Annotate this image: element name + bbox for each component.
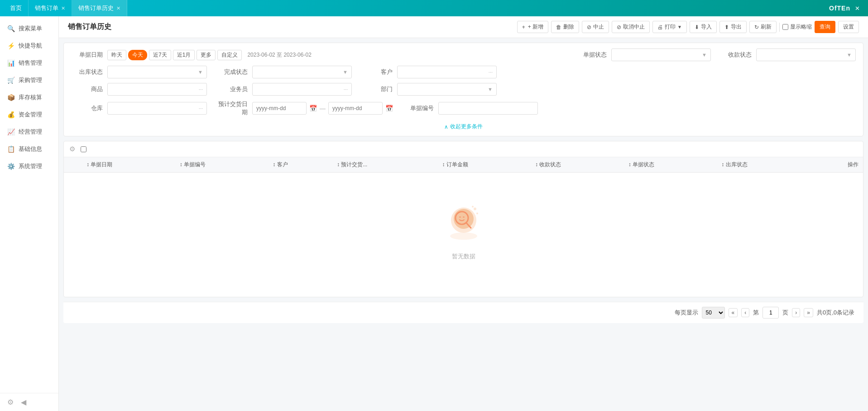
- sidebar-item-system[interactable]: ⚙️ 系统管理: [0, 158, 58, 175]
- bill-no-input-wrap[interactable]: [438, 102, 538, 115]
- stop-button[interactable]: ⊘ 中止: [582, 21, 609, 33]
- first-page-btn[interactable]: «: [729, 308, 738, 317]
- main-layout: 🔍 搜索菜单 ⚡ 快捷导航 📊 销售管理 🛒 采购管理 📦 库存核算 💰 资金管…: [0, 16, 868, 411]
- customer-select[interactable]: ···: [397, 66, 497, 78]
- col-checkbox: [64, 157, 82, 173]
- refresh-button[interactable]: ↻ 刷新: [749, 21, 777, 33]
- date-1month-btn[interactable]: 近1月: [173, 50, 195, 60]
- settings-button[interactable]: 设置: [838, 21, 859, 33]
- sidebar-item-inventory[interactable]: 📦 库存核算: [0, 89, 58, 106]
- dept-select[interactable]: ▼: [397, 83, 497, 96]
- sidebar-item-finance[interactable]: 💰 资金管理: [0, 106, 58, 123]
- cancel-stop-button[interactable]: ⊘ 取消中止: [612, 21, 650, 33]
- sidebar-item-system-label: 系统管理: [19, 162, 42, 170]
- delivery-status-arrow: ▼: [198, 69, 203, 75]
- table-area: ⚙ ↕ 单据日期 ↕ 单据编号: [63, 141, 863, 297]
- col-amount[interactable]: ↕ 订单金额: [437, 157, 531, 173]
- sidebar-item-inventory-label: 库存核算: [19, 93, 42, 102]
- svg-point-0: [450, 232, 477, 240]
- payment-status-select[interactable]: ▼: [756, 48, 856, 61]
- top-bar: 首页 销售订单 ✕ 销售订单历史 ✕ OfTEn ✕: [0, 0, 868, 16]
- tab-home-label: 首页: [10, 4, 22, 12]
- date-7days-btn[interactable]: 近7天: [149, 50, 171, 60]
- last-page-btn[interactable]: »: [804, 308, 813, 317]
- import-icon: ⬇: [695, 24, 699, 30]
- toolbar-divider: [779, 23, 780, 32]
- sidebar-item-basic-info-label: 基础信息: [19, 145, 42, 153]
- collapse-label: 收起更多条件: [450, 123, 483, 131]
- complete-status-select[interactable]: ▼: [252, 66, 352, 78]
- collapse-filter-row[interactable]: ∧ 收起更多条件: [71, 121, 856, 131]
- salesperson-select[interactable]: ···: [252, 83, 352, 96]
- content-area: 销售订单历史 + + 新增 🗑 删除 ⊘ 中止 ⊘ 取消中止: [59, 16, 868, 411]
- window-close-icon[interactable]: ✕: [855, 5, 860, 12]
- sidebar-item-sales-label: 销售管理: [19, 59, 42, 67]
- bill-no-label: 单据编号: [402, 104, 438, 112]
- print-button[interactable]: 🖨 打印 ▼: [652, 21, 687, 33]
- collapse-sidebar-icon[interactable]: ◀: [21, 398, 26, 406]
- refresh-icon: ↻: [754, 24, 759, 30]
- finance-icon: 💰: [7, 111, 15, 118]
- payment-status-arrow: ▼: [847, 52, 852, 58]
- system-icon: ⚙️: [7, 163, 15, 170]
- toolbar: + + 新增 🗑 删除 ⊘ 中止 ⊘ 取消中止 🖨 打印: [517, 21, 859, 33]
- col-bill[interactable]: ↕ 单据状态: [624, 157, 717, 173]
- sidebar-item-sales[interactable]: 📊 销售管理: [0, 54, 58, 72]
- import-button[interactable]: ⬇ 导入: [690, 21, 717, 33]
- col-delivery[interactable]: ↕ 预计交货...: [332, 157, 437, 173]
- delivery-date-picker: 📅 — 📅: [252, 102, 393, 115]
- settings-bottom-icon[interactable]: ⚙: [7, 398, 14, 406]
- delivery-date-from[interactable]: [252, 102, 307, 115]
- col-no[interactable]: ↕ 单据编号: [175, 157, 269, 173]
- tab-sales-order[interactable]: 销售订单 ✕: [29, 0, 72, 16]
- collapse-up-icon: ∧: [444, 124, 448, 130]
- tab-sales-order-close[interactable]: ✕: [61, 5, 65, 11]
- sidebar-item-operations[interactable]: 📈 经营管理: [0, 123, 58, 140]
- tab-sales-order-history-close[interactable]: ✕: [116, 5, 120, 11]
- page-label-before: 第: [753, 309, 759, 317]
- col-stock[interactable]: ↕ 出库状态: [717, 157, 810, 173]
- filter-row-4: 仓库 ··· 预计交货日期 📅 — 📅 单据编号: [71, 100, 856, 116]
- sidebar-item-purchase[interactable]: 🛒 采购管理: [0, 72, 58, 89]
- display-cols-checkbox[interactable]: [782, 24, 788, 30]
- sidebar-item-basic-info[interactable]: 📋 基础信息: [0, 140, 58, 158]
- delivery-status-select[interactable]: ▼: [107, 66, 207, 78]
- export-button[interactable]: ⬆ 导出: [719, 21, 747, 33]
- bill-status-select[interactable]: ▼: [611, 48, 711, 61]
- sidebar-item-search-menu[interactable]: 🔍 搜索菜单: [0, 20, 58, 37]
- col-date[interactable]: ↕ 单据日期: [82, 157, 175, 173]
- delivery-date-from-cal[interactable]: 📅: [309, 105, 317, 112]
- delete-icon: 🗑: [556, 24, 561, 30]
- prev-page-btn[interactable]: ‹: [741, 308, 749, 317]
- current-page-input[interactable]: [762, 307, 779, 319]
- table-toolbar: ⚙: [64, 141, 863, 157]
- delete-button[interactable]: 🗑 删除: [551, 21, 579, 33]
- empty-text: 暂无数据: [452, 252, 475, 261]
- date-label: 单据日期: [71, 51, 107, 59]
- basic-info-icon: 📋: [7, 145, 15, 153]
- date-more-btn[interactable]: 更多: [197, 50, 216, 60]
- sidebar-item-search-menu-label: 搜索菜单: [19, 24, 42, 33]
- col-payment[interactable]: ↕ 收款状态: [531, 157, 624, 173]
- goods-select[interactable]: ···: [107, 83, 207, 96]
- delivery-date-to-cal[interactable]: 📅: [385, 105, 393, 112]
- tab-home[interactable]: 首页: [4, 0, 29, 16]
- page-size-select[interactable]: 10 20 50 100: [702, 307, 725, 319]
- date-custom-btn[interactable]: 自定义: [217, 50, 242, 60]
- query-button[interactable]: 查询: [815, 21, 835, 33]
- table-settings-icon[interactable]: ⚙: [69, 145, 75, 153]
- date-today-btn[interactable]: 今天: [128, 50, 147, 60]
- display-cols-checkbox-label[interactable]: 显示略缩: [782, 23, 812, 31]
- sidebar-item-quick-nav[interactable]: ⚡ 快捷导航: [0, 37, 58, 54]
- purchase-icon: 🛒: [7, 77, 15, 84]
- filter-area: 单据日期 昨天 今天 近7天 近1月 更多 自定义 2023-06-02 至 2…: [63, 43, 863, 136]
- date-yesterday-btn[interactable]: 昨天: [107, 50, 126, 60]
- tab-sales-order-history[interactable]: 销售订单历史 ✕: [72, 0, 127, 16]
- warehouse-dots: ···: [199, 106, 203, 111]
- select-all-checkbox[interactable]: [81, 146, 86, 152]
- col-customer[interactable]: ↕ 客户: [268, 157, 332, 173]
- delivery-date-to[interactable]: [328, 102, 383, 115]
- new-button[interactable]: + + 新增: [517, 21, 548, 33]
- next-page-btn[interactable]: ›: [792, 308, 800, 317]
- warehouse-select[interactable]: ···: [107, 102, 207, 115]
